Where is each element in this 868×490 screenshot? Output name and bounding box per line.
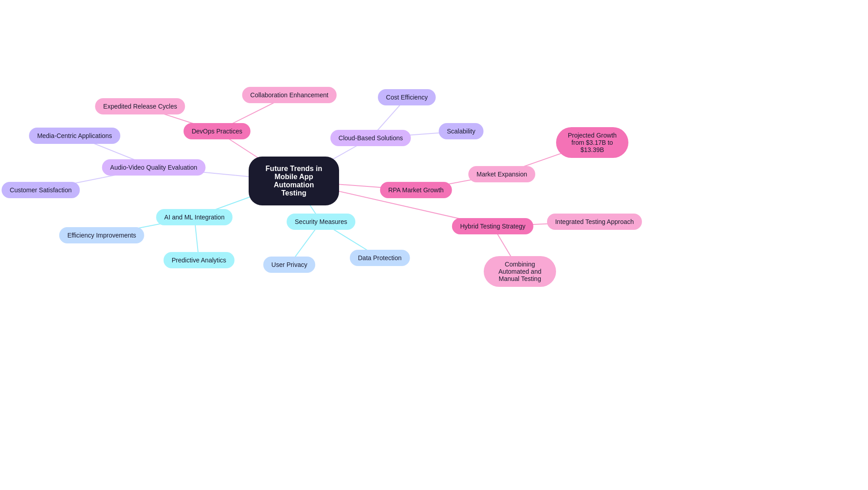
node-integrated: Integrated Testing Approach — [547, 214, 642, 230]
node-user-privacy: User Privacy — [263, 257, 315, 273]
node-collab: Collaboration Enhancement — [242, 87, 337, 103]
node-cloud: Cloud-Based Solutions — [330, 130, 411, 146]
node-combining: Combining Automated and Manual Testing — [484, 256, 556, 287]
node-market-expansion: Market Expansion — [468, 166, 535, 182]
node-ai-ml: AI and ML Integration — [156, 209, 232, 225]
node-media-centric: Media-Centric Applications — [29, 128, 120, 144]
node-efficiency: Efficiency Improvements — [59, 227, 144, 243]
connections-svg — [0, 0, 868, 490]
node-expedited: Expedited Release Cycles — [95, 98, 185, 114]
node-hybrid: Hybrid Testing Strategy — [452, 218, 533, 234]
node-projected-growth: Projected Growth from $3.17B to $13.39B — [556, 127, 628, 158]
node-rpa: RPA Market Growth — [380, 182, 452, 198]
node-cost: Cost Efficiency — [378, 89, 436, 105]
node-security: Security Measures — [287, 214, 355, 230]
center-node: Future Trends in Mobile App Automation T… — [249, 157, 339, 205]
node-predictive: Predictive Analytics — [164, 252, 235, 268]
node-scalability: Scalability — [439, 123, 483, 139]
node-customer-sat: Customer Satisfaction — [2, 182, 80, 198]
node-av-quality: Audio-Video Quality Evaluation — [102, 159, 206, 176]
node-data-protection: Data Protection — [350, 250, 410, 266]
node-devops: DevOps Practices — [184, 123, 250, 139]
mindmap-container: Future Trends in Mobile App Automation T… — [0, 0, 868, 490]
